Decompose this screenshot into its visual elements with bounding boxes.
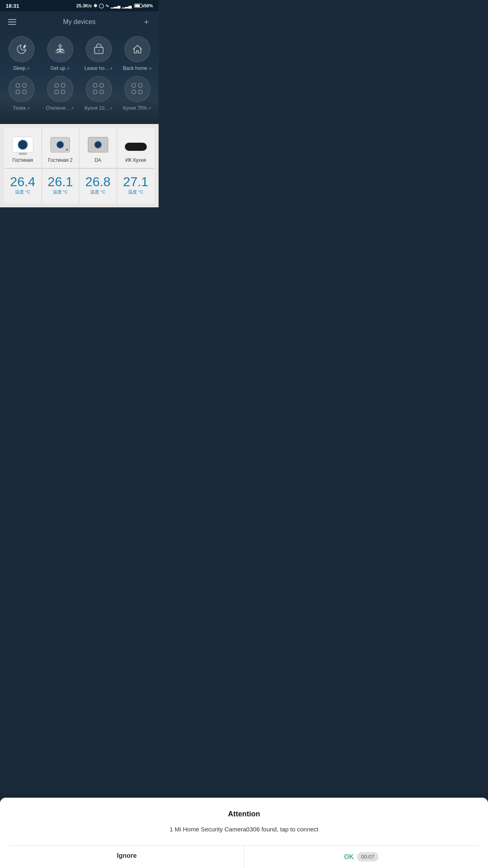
status-time: 18:31	[6, 3, 19, 9]
menu-button[interactable]	[8, 19, 16, 25]
scene-sleep[interactable]: z z Sleep	[4, 36, 39, 71]
devices-section: Гостиная Гостиная 2 DA ИК Кух	[0, 124, 159, 207]
bluetooth-icon: ✱	[94, 3, 97, 9]
battery-icon	[134, 4, 142, 8]
scene-leavehome[interactable]: Leave ho...	[81, 36, 116, 71]
temp-unit-2: 温度 °C	[53, 189, 68, 195]
battery-percent: 58%	[144, 3, 153, 8]
signal-icon1: ▁▂▄	[111, 3, 120, 9]
scene-sleep-label: Sleep	[13, 65, 30, 71]
device-icon-gostinaya2	[48, 135, 72, 155]
scene-leavehome-icon	[86, 36, 112, 62]
scene-kuhnya75-icon	[124, 76, 150, 102]
cam-white-icon	[12, 137, 33, 153]
page-title: My devices	[63, 18, 96, 26]
temp-unit-3: 温度 °C	[90, 189, 105, 195]
add-button[interactable]: ＋	[142, 16, 150, 27]
apps-grid-icon	[16, 83, 27, 95]
device-da[interactable]: DA	[79, 128, 117, 168]
temp-cell-1[interactable]: 26.4 温度 °C	[4, 168, 42, 203]
temp-value-4: 27.1	[123, 175, 148, 188]
temp-cell-3[interactable]: 26.8 温度 °C	[79, 168, 117, 203]
temperature-grid: 26.4 温度 °C 26.1 温度 °C 26.8 温度 °C 27.1 温度…	[4, 168, 155, 203]
scene-getup[interactable]: Get up	[43, 36, 77, 71]
device-ikkuhnya[interactable]: ИК Кухня	[117, 128, 155, 168]
scene-backhome[interactable]: Back home	[120, 36, 155, 71]
scene-kuhnya75[interactable]: Кухня 75%	[120, 76, 155, 111]
device-name-ikkuhnya: ИК Кухня	[125, 157, 146, 163]
status-bar: 18:31 25.3K/c ✱ ◯ ∿ ▁▂▄ ▁▂▄ 58%	[0, 0, 159, 11]
svg-point-2	[59, 45, 61, 47]
device-name-gostinaya: Гостиная	[13, 157, 33, 163]
device-name-da: DA	[94, 157, 101, 163]
device-icon-da	[86, 135, 110, 155]
scene-kuhnya10[interactable]: Кухня 10...	[81, 76, 116, 111]
temp-cell-4[interactable]: 27.1 温度 °C	[117, 168, 155, 203]
scene-backhome-icon	[124, 36, 150, 62]
scene-telek[interactable]: Телек	[4, 76, 39, 111]
apps-grid-icon3	[93, 83, 105, 95]
scenes-row2: Телек Отключе... Кухня 10...	[4, 76, 155, 111]
scene-getup-label: Get up	[50, 65, 70, 71]
scene-kuhnya10-icon	[86, 76, 112, 102]
puck-icon	[125, 143, 147, 151]
scene-otklyuche-icon	[47, 76, 73, 102]
temp-value-1: 26.4	[10, 175, 35, 188]
scene-otklyuche[interactable]: Отключе...	[43, 76, 77, 111]
cam-small-icon	[88, 137, 108, 152]
apps-grid-icon2	[54, 83, 66, 95]
temp-cell-2[interactable]: 26.1 温度 °C	[42, 168, 80, 203]
scene-leavehome-label: Leave ho...	[85, 65, 113, 71]
alarm-icon: ◯	[99, 3, 104, 9]
device-icon-ikkuhnya	[124, 135, 148, 155]
temp-value-2: 26.1	[48, 175, 73, 188]
top-nav: My devices ＋	[0, 11, 159, 32]
scene-otklyuche-label: Отключе...	[46, 105, 74, 111]
apps-grid-icon4	[132, 83, 143, 95]
temp-unit-1: 温度 °C	[15, 189, 30, 195]
device-name-gostinaya2: Гостиная 2	[48, 157, 72, 163]
scene-sleep-icon: z z	[9, 36, 35, 62]
network-speed: 25.3K/c	[76, 3, 92, 8]
scenes-section: z z Sleep Get up	[0, 32, 159, 124]
scene-getup-icon	[47, 36, 73, 62]
scene-kuhnya10-label: Кухня 10...	[85, 105, 113, 111]
device-gostinaya2[interactable]: Гостиная 2	[42, 128, 80, 168]
scene-backhome-label: Back home	[123, 65, 152, 71]
device-icon-gostinaya	[11, 135, 35, 155]
scene-telek-label: Телек	[13, 105, 30, 111]
scenes-row1: z z Sleep Get up	[4, 36, 155, 71]
temp-unit-4: 温度 °C	[128, 189, 143, 195]
scene-telek-icon	[9, 76, 35, 102]
devices-grid: Гостиная Гостиная 2 DA ИК Кух	[4, 128, 155, 168]
device-gostinaya[interactable]: Гостиная	[4, 128, 42, 168]
svg-text:z: z	[24, 44, 26, 47]
scene-kuhnya75-label: Кухня 75%	[123, 105, 152, 111]
temp-value-3: 26.8	[85, 175, 111, 188]
signal-icon2: ▁▂▄	[122, 3, 132, 9]
status-indicators: 25.3K/c ✱ ◯ ∿ ▁▂▄ ▁▂▄ 58%	[76, 3, 153, 9]
wifi-icon: ∿	[105, 3, 109, 9]
cam-box-icon	[50, 137, 70, 152]
